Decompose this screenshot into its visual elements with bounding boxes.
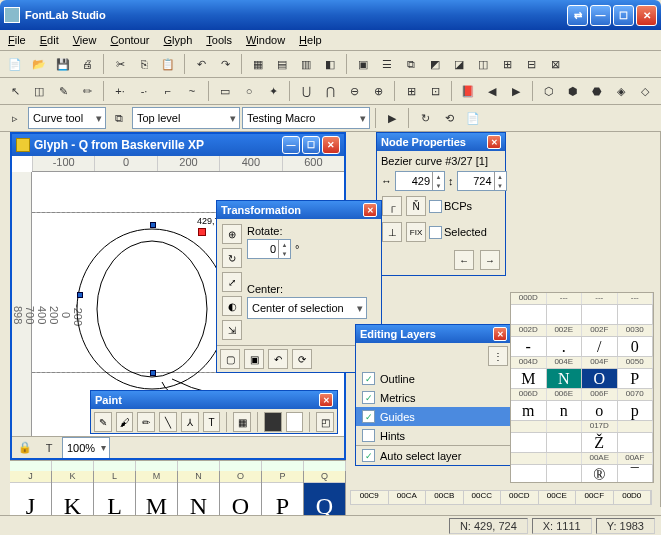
tool-k[interactable]: ⊞ xyxy=(496,53,518,75)
tool-m[interactable]: ⊠ xyxy=(544,53,566,75)
smooth-icon[interactable]: ~ xyxy=(181,80,203,102)
trans-b1[interactable]: ▢ xyxy=(220,349,240,369)
restart-icon[interactable]: ⟲ xyxy=(438,107,460,129)
layers-panel-close[interactable]: ✕ xyxy=(493,327,507,341)
trans-tool-2[interactable]: ↻ xyxy=(222,248,242,268)
del-node-icon[interactable]: -· xyxy=(133,80,155,102)
palette-glyph[interactable] xyxy=(618,305,654,324)
bcps-checkbox[interactable] xyxy=(429,200,442,213)
group4-icon[interactable]: ◈ xyxy=(610,80,632,102)
eraser-icon[interactable]: ◫ xyxy=(28,80,50,102)
union-icon[interactable]: ⋃ xyxy=(295,80,317,102)
layer-checkbox[interactable] xyxy=(362,429,375,442)
tool-e[interactable]: ▣ xyxy=(352,53,374,75)
palette-glyph[interactable]: Ž xyxy=(582,433,618,452)
text-tool-icon[interactable]: T xyxy=(203,412,221,432)
tool-j[interactable]: ◫ xyxy=(472,53,494,75)
undo-icon[interactable]: ↶ xyxy=(190,53,212,75)
palette-glyph[interactable]: 0 xyxy=(618,337,654,356)
palette-glyph[interactable]: n xyxy=(547,401,583,420)
node[interactable] xyxy=(150,370,156,376)
node-panel-close[interactable]: ✕ xyxy=(487,135,501,149)
save-icon[interactable]: 💾 xyxy=(52,53,74,75)
palette-glyph[interactable] xyxy=(547,465,583,483)
mode-icon[interactable]: ▹ xyxy=(4,107,26,129)
node[interactable] xyxy=(150,222,156,228)
menu-help[interactable]: Help xyxy=(299,34,322,46)
menu-view[interactable]: View xyxy=(73,34,97,46)
unicode-cell[interactable]: 00CF xyxy=(576,491,614,504)
new-icon[interactable]: 📄 xyxy=(4,53,26,75)
node[interactable] xyxy=(77,292,83,298)
copy-icon[interactable]: ⎘ xyxy=(133,53,155,75)
node-btn-1[interactable]: ┌ xyxy=(382,196,402,216)
layer-icon[interactable]: ⧉ xyxy=(108,107,130,129)
trans-panel-titlebar[interactable]: Transformation ✕ xyxy=(217,201,381,219)
rect-icon[interactable]: ▭ xyxy=(214,80,236,102)
center-combo[interactable]: Center of selection xyxy=(247,297,367,319)
knife-icon[interactable]: ✎ xyxy=(52,80,74,102)
doc-icon[interactable]: 📄 xyxy=(462,107,484,129)
palette-glyph[interactable]: N xyxy=(547,369,583,388)
menu-contour[interactable]: Contour xyxy=(110,34,149,46)
maximize-button[interactable]: ☐ xyxy=(613,5,634,26)
layer-item-hints[interactable]: Hints xyxy=(356,426,511,445)
paint-panel-close[interactable]: ✕ xyxy=(319,393,333,407)
zoom-combo[interactable]: 100% xyxy=(62,437,110,459)
loop-icon[interactable]: ↻ xyxy=(414,107,436,129)
layers-menu-icon[interactable]: ⋮ xyxy=(488,346,508,366)
paint-extra[interactable]: ◰ xyxy=(316,412,334,432)
unicode-cell[interactable]: 00CD xyxy=(501,491,539,504)
palette-glyph[interactable] xyxy=(547,305,583,324)
next-node-button[interactable]: → xyxy=(480,250,500,270)
brush-icon[interactable]: 🖌 xyxy=(116,412,134,432)
node-x-input[interactable]: ▲▼ xyxy=(395,171,445,191)
selected-checkbox[interactable] xyxy=(429,226,442,239)
menu-window[interactable]: Window xyxy=(246,34,285,46)
unicode-cell[interactable]: 00D0 xyxy=(614,491,652,504)
unicode-cell[interactable]: 00CC xyxy=(464,491,502,504)
palette-glyph[interactable]: ® xyxy=(582,465,618,483)
tool-c[interactable]: ▥ xyxy=(295,53,317,75)
palette-glyph[interactable]: P xyxy=(618,369,654,388)
trans-tool-5[interactable]: ⇲ xyxy=(222,320,242,340)
glyph-min-button[interactable]: — xyxy=(282,136,300,154)
paint-bg[interactable] xyxy=(286,412,304,432)
palette-glyph[interactable]: M xyxy=(511,369,547,388)
tool-h[interactable]: ◩ xyxy=(424,53,446,75)
book-icon[interactable]: 📕 xyxy=(457,80,479,102)
circle-icon[interactable]: ○ xyxy=(238,80,260,102)
group1-icon[interactable]: ⬡ xyxy=(538,80,560,102)
trans-b3[interactable]: ↶ xyxy=(268,349,288,369)
palette-glyph[interactable] xyxy=(618,433,654,452)
trans-tool-4[interactable]: ◐ xyxy=(222,296,242,316)
cut-icon[interactable]: ✂ xyxy=(109,53,131,75)
tool-g[interactable]: ⧉ xyxy=(400,53,422,75)
unicode-cell[interactable]: 00CB xyxy=(426,491,464,504)
curve-tool-combo[interactable]: Curve tool xyxy=(28,107,106,129)
unicode-cell[interactable]: 00CA xyxy=(389,491,427,504)
polyline-icon[interactable]: ⅄ xyxy=(181,412,199,432)
tool-f[interactable]: ☰ xyxy=(376,53,398,75)
snap-icon[interactable]: ⊡ xyxy=(424,80,446,102)
minimize-button[interactable]: — xyxy=(590,5,611,26)
layer-item-metrics[interactable]: ✓Metrics xyxy=(356,388,511,407)
brush2-icon[interactable]: ✏ xyxy=(137,412,155,432)
win-arrows[interactable]: ⇄ xyxy=(567,5,588,26)
corner-icon[interactable]: ⌐ xyxy=(157,80,179,102)
palette-glyph[interactable]: ¯ xyxy=(618,465,654,483)
palette-glyph[interactable]: m xyxy=(511,401,547,420)
grid-icon[interactable]: ⊞ xyxy=(400,80,422,102)
menu-tools[interactable]: Tools xyxy=(206,34,232,46)
node-btn-2[interactable]: Ň xyxy=(406,196,426,216)
palette-glyph[interactable]: o xyxy=(582,401,618,420)
menu-file[interactable]: File xyxy=(8,34,26,46)
pen-icon[interactable]: ✏ xyxy=(76,80,98,102)
node-btn-3[interactable]: ⊥ xyxy=(382,222,402,242)
glyph-max-button[interactable]: ☐ xyxy=(302,136,320,154)
line-icon[interactable]: ╲ xyxy=(159,412,177,432)
glyph-close-button[interactable]: ✕ xyxy=(322,136,340,154)
add-node-icon[interactable]: +· xyxy=(109,80,131,102)
layer-checkbox[interactable]: ✓ xyxy=(362,410,375,423)
trans-b4[interactable]: ⟳ xyxy=(292,349,312,369)
